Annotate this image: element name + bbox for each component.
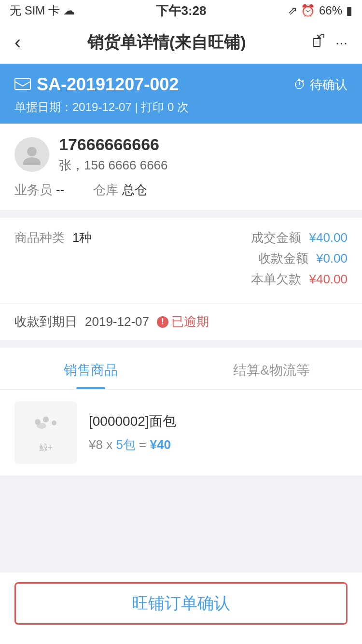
svg-point-6 — [37, 423, 46, 429]
svg-point-5 — [43, 417, 49, 422]
tab-settlement-logistics[interactable]: 结算&物流等 — [181, 348, 362, 389]
tabs-section: 销售商品 结算&物流等 — [0, 348, 362, 390]
overdue-badge: ! 已逾期 — [157, 313, 209, 330]
svg-point-3 — [23, 157, 41, 165]
order-icon — [14, 74, 31, 95]
bottom-bar: 旺铺订单确认 — [0, 573, 362, 644]
customer-row: 17666666666 张，156 6666 6666 — [14, 135, 348, 174]
warehouse-value: 总仓 — [122, 182, 147, 198]
avatar — [14, 137, 49, 172]
status-clock-icon: ⏱ — [293, 77, 306, 92]
order-date: 单据日期：2019-12-07 | 打印 0 次 — [14, 99, 348, 115]
status-right: ⇗ ⏰ 66% ▮ — [288, 4, 352, 17]
overdue-text: 已逾期 — [171, 313, 209, 330]
balance-value: ¥40.00 — [309, 272, 348, 287]
customer-meta-row: 业务员 -- 仓库 总仓 — [14, 182, 348, 198]
back-button[interactable]: ‹ — [14, 31, 21, 53]
order-header: SA-20191207-002 ⏱ 待确认 单据日期：2019-12-07 | … — [0, 64, 362, 124]
page-title: 销货单详情(来自旺铺) — [87, 31, 246, 54]
warehouse-label: 仓库 — [93, 182, 118, 198]
balance-label: 本单欠款 — [251, 271, 301, 288]
status-text: 待确认 — [310, 76, 348, 93]
customer-name-phone: 张，156 6666 6666 — [59, 157, 348, 174]
product-name-text: 面包 — [149, 414, 176, 429]
product-section: 鲸+ [0000002]面包 ¥8 x 5包 = ¥40 — [0, 390, 362, 476]
product-info: [0000002]面包 ¥8 x 5包 = ¥40 — [89, 412, 348, 453]
divider-1 — [0, 210, 362, 218]
status-bar: 无 SIM 卡 ☁ 下午3:28 ⇗ ⏰ 66% ▮ — [0, 0, 362, 21]
product-price: ¥8 x — [89, 437, 116, 452]
battery-icon: ⇗ ⏰ — [288, 4, 315, 17]
amount-row-3: 本单欠款 ¥40.00 — [251, 271, 348, 288]
order-id-row: SA-20191207-002 — [14, 74, 179, 95]
nav-left[interactable]: ‹ — [14, 31, 21, 53]
product-name: [0000002]面包 — [89, 412, 348, 431]
amount-row-2: 收款金额 ¥0.00 — [251, 250, 348, 267]
product-thumbnail: 鲸+ — [14, 401, 77, 464]
svg-rect-1 — [15, 79, 30, 89]
tab-settlement-label: 结算&物流等 — [233, 363, 310, 378]
due-date-label: 收款到期日 — [14, 313, 77, 330]
product-price-row: ¥8 x 5包 = ¥40 — [89, 436, 348, 453]
customer-section: 17666666666 张，156 6666 6666 业务员 -- 仓库 总仓 — [0, 124, 362, 210]
summary-row: 商品种类 1种 成交金额 ¥40.00 收款金额 ¥0.00 本单欠款 ¥40.… — [14, 229, 348, 292]
svg-rect-0 — [313, 39, 320, 46]
received-label: 收款金额 — [258, 250, 308, 267]
product-total: ¥40 — [150, 437, 170, 452]
summary-section: 商品种类 1种 成交金额 ¥40.00 收款金额 ¥0.00 本单欠款 ¥40.… — [0, 218, 362, 303]
tab-sales-label: 销售商品 — [64, 363, 118, 378]
salesperson-value: -- — [56, 182, 64, 197]
thumbnail-label: 鲸+ — [29, 442, 63, 453]
tab-indicator — [76, 387, 105, 389]
product-separator: = — [136, 437, 150, 452]
overdue-icon: ! — [157, 316, 168, 328]
due-date-section: 收款到期日 2019-12-07 ! 已逾期 — [0, 303, 362, 340]
sim-status: 无 SIM 卡 ☁ — [10, 3, 75, 18]
more-button[interactable]: ··· — [335, 34, 348, 51]
product-qty: 5包 — [116, 437, 135, 452]
status-left: 无 SIM 卡 ☁ — [10, 3, 75, 18]
divider-2 — [0, 340, 362, 348]
svg-point-7 — [52, 420, 56, 425]
customer-phone: 17666666666 — [59, 135, 348, 154]
order-status: ⏱ 待确认 — [293, 76, 348, 93]
due-date-value: 2019-12-07 — [85, 314, 149, 329]
battery-bar: ▮ — [346, 4, 352, 17]
svg-point-2 — [27, 147, 37, 156]
customer-info: 17666666666 张，156 6666 6666 — [59, 135, 348, 174]
tab-sales-products[interactable]: 销售商品 — [0, 348, 181, 389]
product-type-label: 商品种类 — [14, 229, 65, 246]
warehouse-item: 仓库 总仓 — [93, 182, 147, 198]
product-code: [0000002] — [89, 414, 149, 429]
received-value: ¥0.00 — [316, 251, 348, 266]
product-type-value: 1种 — [72, 229, 92, 246]
battery-level: 66% — [319, 4, 342, 17]
product-type-group: 商品种类 1种 — [14, 229, 92, 246]
status-time: 下午3:28 — [156, 2, 206, 19]
amount-row-1: 成交金额 ¥40.00 — [251, 229, 348, 246]
nav-right[interactable]: ··· — [312, 34, 348, 51]
order-id-text: SA-20191207-002 — [37, 74, 179, 95]
nav-bar: ‹ 销货单详情(来自旺铺) ··· — [0, 21, 362, 64]
amounts-group: 成交金额 ¥40.00 收款金额 ¥0.00 本单欠款 ¥40.00 — [251, 229, 348, 292]
product-item: 鲸+ [0000002]面包 ¥8 x 5包 = ¥40 — [14, 401, 348, 464]
salesperson-item: 业务员 -- — [14, 182, 64, 198]
salesperson-label: 业务员 — [14, 182, 52, 198]
amount-label: 成交金额 — [251, 229, 301, 246]
share-button[interactable] — [312, 34, 326, 51]
confirm-order-button[interactable]: 旺铺订单确认 — [14, 582, 348, 625]
amount-value: ¥40.00 — [309, 230, 348, 245]
